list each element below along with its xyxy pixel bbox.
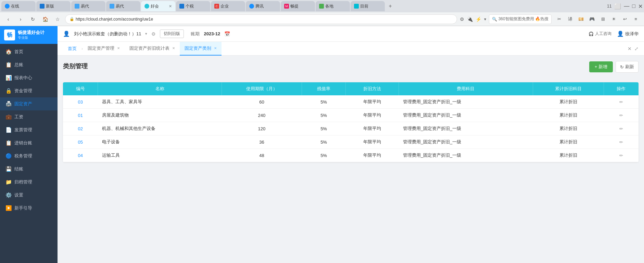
tab-close-haohui[interactable]: ✕ — [169, 4, 172, 9]
restore-icon[interactable]: ⬜ — [614, 3, 621, 10]
tab-count: 11 — [607, 4, 611, 9]
edit-button[interactable]: ✏ — [619, 140, 623, 145]
add-category-button[interactable]: + 新增 — [589, 61, 613, 72]
url-input[interactable]: 🔒 https://cloud.chanjet.com/accounting/u… — [65, 14, 457, 24]
reload-button[interactable]: ↻ — [28, 14, 38, 24]
table-row: 04 运输工具 48 5% 年限平均 管理费用_固定资产折旧_一级 累计折旧 ✏ — [63, 149, 639, 162]
expand-content-icon[interactable]: ⤢ — [634, 46, 639, 51]
cell-expense: 管理费用_固定资产折旧_一级 — [399, 95, 533, 109]
browser-tab-new[interactable]: 新版 — [36, 1, 71, 11]
col-header-accumulated: 累计折旧科目 — [533, 82, 604, 95]
edit-button[interactable]: ✏ — [619, 126, 623, 131]
home-icon: 🏠 — [5, 49, 12, 55]
undo-icon[interactable]: ↩ — [620, 14, 630, 24]
close-books-icon: 💾 — [5, 166, 12, 172]
cell-accumulated: 累计折旧 — [533, 149, 604, 162]
browser-tab-haohui[interactable]: 好会 ✕ — [141, 1, 175, 11]
dropdown-arrow[interactable]: ▾ — [145, 32, 147, 36]
sidebar: 畅 畅捷通好会计 专业版 🏠 首页 📋 总账 📊 报表中心 🔒 资金管理 — [0, 26, 58, 263]
cell-accumulated: 累计折旧 — [533, 95, 604, 109]
browser-tab-geshui[interactable]: 个税 — [176, 1, 210, 11]
cell-id[interactable]: 01 — [63, 109, 98, 122]
sidebar-item-tax[interactable]: 🔵 税务管理 — [0, 150, 58, 163]
col-header-expense: 费用科目 — [399, 82, 533, 95]
back-button[interactable]: ‹ — [3, 14, 13, 24]
cell-residual: 5% — [302, 149, 346, 162]
company-name: 刘小艳演示账套（勿删勿动！）11 — [74, 31, 141, 37]
menu-icon[interactable]: ≡ — [631, 14, 641, 24]
cell-action: ✏ — [604, 135, 639, 149]
cell-period: 240 — [222, 109, 302, 122]
tax-icon: 🔵 — [5, 153, 12, 159]
browser-tab-yidai1[interactable]: 易代 — [71, 1, 105, 11]
col-header-period: 使用期限（月） — [222, 82, 302, 95]
tab-close-depreciation[interactable]: ✕ — [172, 46, 175, 50]
close-content-icon[interactable]: ✕ — [628, 46, 632, 51]
translate-icon[interactable]: 译 — [565, 14, 575, 24]
browser-tab-gedi[interactable]: 各地 — [316, 1, 350, 11]
tab-home[interactable]: 首页 — [63, 42, 81, 56]
cell-residual: 5% — [302, 122, 346, 135]
close-window-icon[interactable]: ✕ — [638, 3, 643, 10]
sidebar-item-invoice[interactable]: 📄 发票管理 — [0, 123, 58, 136]
sidebar-item-close[interactable]: 💾 结账 — [0, 163, 58, 176]
new-tab-button[interactable]: + — [386, 1, 395, 11]
extensions-icon[interactable]: 🔌 — [467, 16, 473, 22]
browser-tab-mumu[interactable]: 目前 — [351, 1, 385, 11]
cell-id[interactable]: 02 — [63, 122, 98, 135]
customer-service-button[interactable]: 🎧 人工咨询 — [589, 31, 611, 37]
tab-asset-category[interactable]: 固定资产类别 ✕ — [180, 42, 222, 56]
service-icon: 👤 — [63, 31, 70, 37]
tab-fixed-assets-mgmt[interactable]: 固定资产管理 ✕ — [83, 42, 125, 56]
browser-tab-yidai2[interactable]: 易代 — [106, 1, 140, 11]
cell-action: ✏ — [604, 109, 639, 122]
home-button[interactable]: 🏠 — [40, 14, 50, 24]
switch-version-button[interactable]: 切到旧版 — [160, 29, 184, 38]
grid-icon[interactable]: ⊞ — [598, 14, 608, 24]
sidebar-item-guide[interactable]: ▶️ 新手引导 — [0, 202, 58, 215]
cell-id[interactable]: 05 — [63, 135, 98, 149]
edit-button[interactable]: ✏ — [619, 153, 623, 158]
sidebar-item-inout[interactable]: 📋 进销台账 — [0, 136, 58, 150]
cell-method: 年限平均 — [346, 135, 399, 149]
browser-tab-online[interactable]: 在线 — [1, 1, 36, 11]
sun-icon[interactable]: ☀ — [609, 14, 619, 24]
ssl-lock-icon: 🔒 — [70, 17, 74, 21]
cut-icon[interactable]: ✂ — [554, 14, 564, 24]
sidebar-item-salary[interactable]: 💼 工资 — [0, 110, 58, 123]
sidebar-item-fixed-assets[interactable]: 🖨️ 固定资产 — [0, 97, 58, 110]
calendar-icon[interactable]: 📅 — [224, 31, 230, 37]
forward-button[interactable]: › — [16, 14, 25, 24]
energy-icon[interactable]: ⚡ — [476, 16, 481, 22]
sidebar-item-archive[interactable]: 📁 归档管理 — [0, 176, 58, 189]
wallet-icon[interactable]: 💴 — [576, 14, 586, 24]
sidebar-item-home[interactable]: 🏠 首页 — [0, 45, 58, 58]
sidebar-item-ledger[interactable]: 📋 总账 — [0, 58, 58, 71]
edit-button[interactable]: ✏ — [619, 113, 623, 118]
game-icon[interactable]: 🎮 — [587, 14, 597, 24]
dropdown-icon[interactable]: ▾ — [484, 17, 486, 22]
maximize-icon[interactable]: □ — [632, 3, 635, 9]
cell-id[interactable]: 04 — [63, 149, 98, 162]
sidebar-item-reports[interactable]: 📊 报表中心 — [0, 71, 58, 84]
browser-tab-tencent[interactable]: 腾讯 — [246, 1, 280, 11]
tab-close-assets-mgmt[interactable]: ✕ — [117, 46, 120, 50]
browser-tab-changjie[interactable]: M 畅提 — [281, 1, 315, 11]
settings-icon-header[interactable]: ⚙ — [151, 31, 156, 37]
edit-button[interactable]: ✏ — [619, 99, 623, 105]
bookmark-button[interactable]: ☆ — [53, 14, 62, 24]
cell-period: 36 — [222, 135, 302, 149]
search-bar[interactable]: 🔍 360智能抠图免费用 🔥热搜 — [489, 14, 552, 24]
sidebar-item-funds[interactable]: 🔒 资金管理 — [0, 84, 58, 97]
period-value: 2023-12 — [204, 31, 220, 36]
minimize-icon[interactable]: — — [624, 3, 629, 9]
browser-tab-enterprise[interactable]: C 企业 — [211, 1, 245, 11]
tab-depreciation-table[interactable]: 固定资产折旧统计表 ✕ — [125, 42, 180, 56]
col-header-id: 编号 — [63, 82, 98, 95]
refresh-button[interactable]: ↻ 刷新 — [616, 61, 639, 73]
user-profile[interactable]: 👤 徐泽华 — [617, 31, 639, 37]
site-settings-icon[interactable]: ⚙ — [460, 16, 464, 22]
sidebar-item-settings[interactable]: ⚙️ 设置 — [0, 189, 58, 202]
tab-close-category[interactable]: ✕ — [214, 46, 217, 50]
cell-id[interactable]: 03 — [63, 95, 98, 109]
